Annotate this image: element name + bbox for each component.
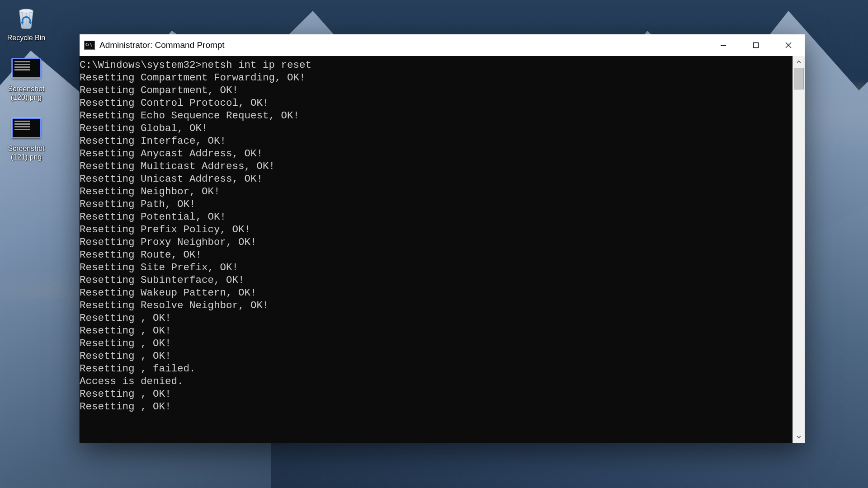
console-line: Access is denied. xyxy=(80,375,793,388)
console-line: Resetting Proxy Neighbor, OK! xyxy=(80,236,793,249)
console-line: Resetting , OK! xyxy=(80,400,793,413)
console-line: Resetting Prefix Policy, OK! xyxy=(80,223,793,236)
console-line: Resetting Anycast Address, OK! xyxy=(80,147,793,160)
console-line: Resetting Control Protocol, OK! xyxy=(80,97,793,109)
console-line: Resetting Compartment Forwarding, OK! xyxy=(80,71,793,84)
desktop-icon-label: Recycle Bin xyxy=(7,33,45,42)
console-line: Resetting Subinterface, OK! xyxy=(80,274,793,286)
command-prompt-window: Administrator: Command Prompt C:\Windows… xyxy=(80,34,805,443)
close-icon xyxy=(785,42,792,48)
console-line: Resetting Unicast Address, OK! xyxy=(80,173,793,185)
recycle-bin-icon xyxy=(12,3,41,32)
vertical-scrollbar[interactable] xyxy=(793,56,805,443)
console-line: Resetting Wakeup Pattern, OK! xyxy=(80,286,793,299)
svg-rect-3 xyxy=(721,45,726,46)
console-line: Resetting , OK! xyxy=(80,312,793,324)
scroll-up-button[interactable] xyxy=(793,56,805,68)
console-line: Resetting Resolve Neighbor, OK! xyxy=(80,299,793,312)
console-line: Resetting Echo Sequence Request, OK! xyxy=(80,109,793,122)
console-line: C:\Windows\system32>netsh int ip reset xyxy=(80,59,793,71)
desktop-icon-recycle-bin[interactable]: Recycle Bin xyxy=(3,3,50,42)
console-line: Resetting Neighbor, OK! xyxy=(80,185,793,198)
chevron-up-icon xyxy=(796,59,802,65)
maximize-button[interactable] xyxy=(740,34,772,56)
console-line: Resetting Compartment, OK! xyxy=(80,84,793,97)
console-line: Resetting Multicast Address, OK! xyxy=(80,160,793,173)
console-line: Resetting , failed. xyxy=(80,362,793,375)
scrollbar-track[interactable] xyxy=(793,68,805,431)
image-thumbnail-icon xyxy=(12,113,41,142)
client-area: C:\Windows\system32>netsh int ip resetRe… xyxy=(80,56,805,443)
console-line: Resetting , OK! xyxy=(80,350,793,362)
console-line: Resetting Global, OK! xyxy=(80,122,793,135)
maximize-icon xyxy=(753,42,759,48)
image-thumbnail-icon xyxy=(12,54,41,83)
desktop-icons: Recycle Bin Screenshot (120).png Screens… xyxy=(3,3,52,173)
console-output[interactable]: C:\Windows\system32>netsh int ip resetRe… xyxy=(80,56,793,443)
titlebar[interactable]: Administrator: Command Prompt xyxy=(80,34,805,56)
console-line: Resetting , OK! xyxy=(80,388,793,400)
console-line: Resetting Path, OK! xyxy=(80,198,793,211)
command-prompt-icon xyxy=(84,41,95,50)
desktop-icon-screenshot-120[interactable]: Screenshot (120).png xyxy=(3,54,50,102)
console-line: Resetting Potential, OK! xyxy=(80,211,793,223)
scroll-down-button[interactable] xyxy=(793,431,805,443)
close-button[interactable] xyxy=(772,34,805,56)
svg-rect-4 xyxy=(754,43,759,48)
desktop-icon-screenshot-121[interactable]: Screenshot (121).png xyxy=(3,113,50,161)
minimize-button[interactable] xyxy=(707,34,740,56)
desktop-icon-label: Screenshot (121).png xyxy=(3,144,50,161)
console-line: Resetting , OK! xyxy=(80,337,793,350)
desktop-icon-label: Screenshot (120).png xyxy=(3,84,50,102)
console-line: Resetting Site Prefix, OK! xyxy=(80,261,793,274)
scrollbar-thumb[interactable] xyxy=(794,68,804,89)
console-line: Resetting Interface, OK! xyxy=(80,135,793,147)
window-title: Administrator: Command Prompt xyxy=(99,40,225,50)
console-line: Resetting Route, OK! xyxy=(80,249,793,261)
console-line: Resetting , OK! xyxy=(80,324,793,337)
minimize-icon xyxy=(720,42,726,48)
chevron-down-icon xyxy=(796,434,802,440)
